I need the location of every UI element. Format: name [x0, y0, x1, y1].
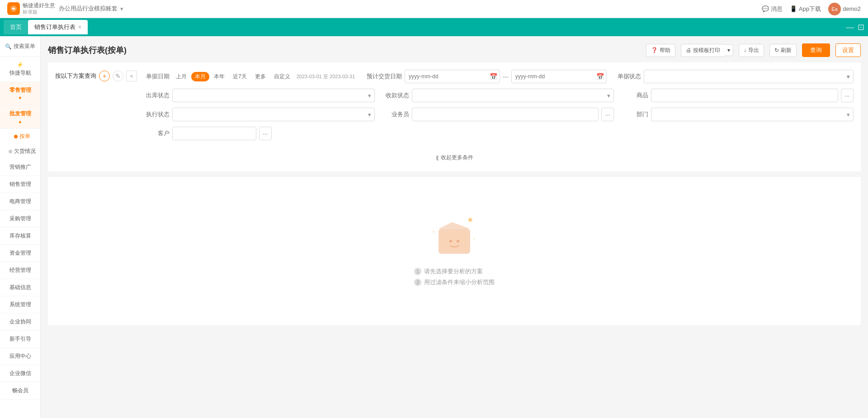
sidebar-item-member[interactable]: 畅会员 — [0, 382, 40, 399]
svg-point-7 — [457, 240, 459, 242]
salesperson-ellipsis-button[interactable]: ··· — [601, 108, 614, 121]
svg-text:✦: ✦ — [472, 237, 476, 241]
svg-rect-2 — [441, 231, 468, 252]
collapse-icon: ⟪ — [436, 155, 439, 161]
sidebar-item-wholesale[interactable]: 批发管理 ▲ — [0, 105, 40, 129]
empty-state: ★ ✦ ✦ 1 请先选择要分析的方案 2 用过滤条件来缩小分析范围 — [48, 177, 861, 325]
empty-tips-list: 1 请先选择要分析的方案 2 用过滤条件来缩小分析范围 — [414, 267, 495, 289]
goods-input[interactable] — [651, 89, 838, 102]
dept-select[interactable] — [651, 108, 854, 121]
customer-ellipsis-button[interactable]: ··· — [259, 127, 272, 140]
status-select-wrapper: ▾ — [644, 70, 854, 83]
message-icon: 💬 — [762, 5, 769, 12]
calendar-end-icon: 📅 — [596, 73, 604, 80]
user-menu[interactable]: Ea demo2 — [828, 3, 861, 15]
outbound-select[interactable] — [172, 89, 375, 102]
filter-row-3: 执行状态 ▾ 业务员 ··· — [142, 108, 854, 121]
salesperson-input[interactable] — [412, 108, 599, 121]
breadcrumb-text: 办公用品行业模拟账套 — [59, 5, 118, 13]
message-action[interactable]: 💬 消息 — [762, 5, 783, 13]
minimize-icon[interactable]: — — [846, 23, 854, 32]
help-button[interactable]: ❓ 帮助 — [646, 44, 675, 57]
empty-svg-illustration: ★ ✦ ✦ — [427, 213, 481, 258]
active-tab-label: 销售订单执行表 — [34, 23, 75, 31]
outbound-label: 出库状态 — [142, 91, 170, 100]
export-button[interactable]: ↓ 导出 — [739, 44, 764, 57]
expected-date-end-input[interactable] — [511, 70, 607, 83]
exec-select[interactable] — [172, 108, 375, 121]
svg-point-6 — [449, 240, 452, 242]
date-tab-prev-month[interactable]: 上月 — [172, 72, 190, 81]
sidebar-item-operations[interactable]: 经营管理 — [0, 262, 40, 279]
sidebar-search-button[interactable]: 🔍 搜索菜单 — [4, 40, 37, 53]
expected-date-end-wrapper: 📅 — [511, 70, 607, 83]
sidebar-item-sales[interactable]: 销售管理 — [0, 176, 40, 193]
breadcrumb-dropdown-icon[interactable]: ▾ — [120, 5, 123, 12]
setup-button[interactable]: 设置 — [835, 43, 861, 57]
sidebar-item-ecommerce[interactable]: 电商管理 — [0, 193, 40, 210]
date-tab-current-year[interactable]: 本年 — [210, 72, 228, 81]
date-tab-last7[interactable]: 近7天 — [229, 72, 250, 81]
edit-scheme-button[interactable]: ✎ — [113, 71, 123, 81]
collapse-more-button[interactable]: ⟪ 收起更多条件 — [55, 151, 854, 164]
sidebar-item-enterprise-wechat[interactable]: 企业微信 — [0, 365, 40, 382]
salesperson-label: 业务员 — [382, 110, 409, 119]
customer-input[interactable] — [172, 127, 256, 140]
page-actions: ❓ 帮助 🖨 按模板打印 ▾ ↓ 导出 ↻ 刷新 — [646, 43, 861, 57]
expected-date-label: 预计交货日期 — [367, 72, 402, 81]
filter-panel: 按以下方案查询 + ✎ « 单据日期 上月 本月 本年 — [48, 62, 861, 171]
goods-ellipsis-button[interactable]: ··· — [841, 89, 854, 102]
sidebar-item-enterprise[interactable]: 企业协同 — [0, 314, 40, 331]
tab-home[interactable]: 首页 — [4, 20, 28, 34]
download-action[interactable]: 📱 App下载 — [790, 5, 821, 13]
main-layout: 🔍 搜索菜单 ⚡ 快捷导航 零售管理 ▼ 批发管理 ▲ 按单 欠货情况 营销推广 — [0, 36, 868, 418]
maximize-icon[interactable]: ⊡ — [858, 22, 864, 32]
sidebar-item-purchase[interactable]: 采购管理 — [0, 210, 40, 228]
status-select[interactable] — [644, 70, 854, 83]
print-dropdown-button[interactable]: ▾ — [725, 44, 733, 56]
expected-date-start-input[interactable] — [405, 70, 500, 83]
sidebar-item-quick-nav[interactable]: ⚡ 快捷导航 — [0, 57, 40, 82]
sidebar-item-finance[interactable]: 资金管理 — [0, 245, 40, 262]
filter-row-4: 客户 ··· — [142, 127, 854, 140]
receipt-select[interactable] — [412, 89, 614, 102]
empty-illustration: ★ ✦ ✦ — [427, 213, 481, 258]
sidebar-item-retail[interactable]: 零售管理 ▼ — [0, 82, 40, 105]
tab-close-icon[interactable]: × — [78, 24, 81, 30]
chevron-down-icon: ▼ — [18, 95, 23, 100]
chevron-up-icon: ▲ — [18, 119, 23, 124]
date-tab-more[interactable]: 更多 — [251, 72, 269, 81]
dept-label: 部门 — [621, 110, 648, 119]
date-tab-current-month[interactable]: 本月 — [191, 72, 209, 81]
sidebar-item-inventory[interactable]: 库存核算 — [0, 228, 40, 245]
query-button[interactable]: 查询 — [802, 43, 830, 57]
add-scheme-button[interactable]: + — [99, 71, 110, 81]
print-button[interactable]: 🖨 按模板打印 — [681, 44, 725, 57]
sidebar-item-new-guide[interactable]: 新手引导 — [0, 331, 40, 348]
empty-tip-1: 1 请先选择要分析的方案 — [414, 267, 495, 276]
sidebar-subitem-owed[interactable]: 欠货情况 — [0, 144, 40, 159]
sidebar: 🔍 搜索菜单 ⚡ 快捷导航 零售管理 ▼ 批发管理 ▲ 按单 欠货情况 营销推广 — [0, 36, 41, 418]
help-icon: ❓ — [651, 47, 658, 53]
tab-sales-order-exec[interactable]: 销售订单执行表 × — [28, 20, 88, 34]
sidebar-subitem-press[interactable]: 按单 — [0, 129, 40, 144]
sidebar-item-marketing[interactable]: 营销推广 — [0, 159, 40, 176]
sidebar-item-app-center[interactable]: 应用中心 — [0, 348, 40, 365]
header-right: 💬 消息 📱 App下载 Ea demo2 — [762, 3, 861, 15]
dot-icon — [9, 150, 12, 153]
download-icon: 📱 — [790, 5, 797, 12]
collapse-scheme-button[interactable]: « — [126, 71, 137, 81]
download-label: App下载 — [799, 5, 821, 13]
sidebar-item-basic[interactable]: 基础信息 — [0, 279, 40, 296]
svg-text:★: ★ — [467, 216, 473, 223]
logo-text: 畅捷通好生意 — [23, 2, 55, 9]
search-icon: 🔍 — [5, 43, 12, 50]
logo-icon — [7, 2, 20, 15]
logo-area: 畅捷通好生意 标准版 — [7, 2, 55, 15]
date-tab-custom[interactable]: 自定义 — [270, 72, 294, 81]
filter-section-title: 按以下方案查询 — [55, 72, 96, 80]
refresh-button[interactable]: ↻ 刷新 — [769, 44, 797, 57]
sidebar-item-system[interactable]: 系统管理 — [0, 296, 40, 314]
receipt-label: 收款状态 — [382, 91, 409, 100]
calendar-start-icon: 📅 — [490, 73, 497, 80]
